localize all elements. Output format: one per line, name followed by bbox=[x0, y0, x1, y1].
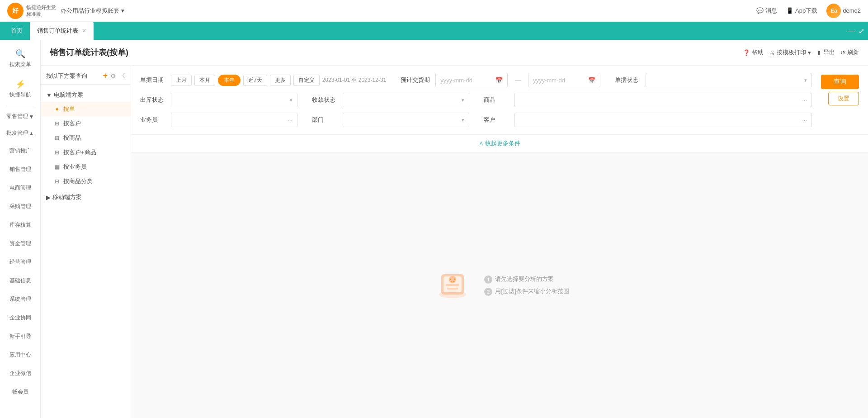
sidebar-item-sales-manage[interactable]: 销售管理 bbox=[0, 160, 40, 179]
user-area[interactable]: Ea demo2 bbox=[826, 4, 861, 18]
sidebar-item-finance[interactable]: 资金管理 bbox=[0, 234, 40, 253]
receipt-status-label: 收款状态 bbox=[312, 96, 337, 104]
tab-maximize-btn[interactable]: ⤢ bbox=[859, 27, 864, 35]
scheme-item-by-category[interactable]: ⊟ 按商品分类 bbox=[41, 174, 131, 189]
sidebar-item-wholesale-manage[interactable]: 批发管理 ▲ bbox=[0, 125, 40, 142]
by-product-label: 按商品 bbox=[63, 134, 81, 142]
enterprise-label: 企业协同 bbox=[9, 314, 31, 322]
avatar: Ea bbox=[826, 4, 841, 18]
template-print-btn[interactable]: 🖨 按模板打印 ▾ bbox=[769, 48, 811, 57]
empty-illustration bbox=[430, 261, 475, 306]
date-start-input[interactable]: yyyy-mm-dd 📅 bbox=[435, 73, 508, 87]
logo-text: 畅捷通好生意 标准版 bbox=[26, 4, 56, 17]
date-range-text: 2023-01-01 至 2023-12-31 bbox=[322, 76, 386, 84]
quick-nav-icon: ⚡ bbox=[15, 79, 25, 89]
quick-nav-label: 快捷导航 bbox=[9, 91, 31, 99]
refresh-label: 刷新 bbox=[847, 48, 859, 57]
status-label: 单据状态 bbox=[615, 76, 640, 84]
collapse-bar[interactable]: ∧ 收起更多条件 bbox=[131, 135, 868, 152]
content-area: 销售订单统计表(按单) ❓ 帮助 🖨 按模板打印 ▾ ⬆ 导出 ↺ 刷新 bbox=[41, 40, 868, 418]
empty-state: 1 请先选择要分析的方案 2 用[过滤]条件来缩小分析范围 bbox=[484, 275, 569, 296]
date-end-input[interactable]: yyyy-mm-dd 📅 bbox=[528, 73, 600, 87]
message-icon: 💬 bbox=[756, 7, 764, 14]
zero-manage-label: 零售管理 bbox=[6, 113, 28, 120]
scheme-collapse-btn[interactable]: 《 bbox=[119, 72, 125, 80]
print-icon: 🖨 bbox=[769, 49, 775, 56]
scheme-item-by-product[interactable]: ⊞ 按商品 bbox=[41, 131, 131, 145]
status-select[interactable]: ▾ bbox=[646, 73, 812, 87]
export-btn[interactable]: ⬆ 导出 bbox=[816, 48, 835, 57]
sidebar-item-quick-nav[interactable]: ⚡ 快捷导航 bbox=[0, 74, 40, 104]
scheme-settings-btn[interactable]: ⚙ bbox=[110, 72, 116, 80]
top-bar: 好 畅捷通好生意 标准版 办公用品行业模拟账套 ▾ 💬 消息 📱 App下载 E… bbox=[0, 0, 868, 22]
tab-close-icon[interactable]: ✕ bbox=[82, 28, 86, 34]
date-btn-more[interactable]: 更多 bbox=[270, 75, 291, 86]
sidebar-item-enterprise[interactable]: 企业协同 bbox=[0, 309, 40, 327]
app-download-btn[interactable]: 📱 App下载 bbox=[786, 7, 817, 15]
member-label: 畅会员 bbox=[12, 388, 28, 396]
filter-row-1: 单据日期 上月 本月 本年 近7天 更多 自定义 2023-01-01 至 20… bbox=[140, 73, 812, 87]
logo-area: 好 畅捷通好生意 标准版 bbox=[7, 3, 56, 19]
date-btn-this-month[interactable]: 本月 bbox=[194, 75, 215, 86]
salesperson-select[interactable]: ··· bbox=[171, 113, 297, 127]
scheme-add-btn[interactable]: + bbox=[103, 71, 108, 81]
sidebar-item-enterprise-wx[interactable]: 企业微信 bbox=[0, 364, 40, 383]
page-actions: ❓ 帮助 🖨 按模板打印 ▾ ⬆ 导出 ↺ 刷新 bbox=[743, 48, 859, 64]
wholesale-manage-arrow: ▲ bbox=[29, 130, 34, 137]
query-button[interactable]: 查询 bbox=[821, 75, 859, 89]
set-button[interactable]: 设置 bbox=[828, 92, 859, 105]
sidebar-item-zero-manage[interactable]: 零售管理 ▼ bbox=[0, 108, 40, 125]
sidebar-item-ecommerce[interactable]: 电商管理 bbox=[0, 179, 40, 197]
sidebar-item-app-center[interactable]: 应用中心 bbox=[0, 346, 40, 364]
sidebar-item-basic-info[interactable]: 基础信息 bbox=[0, 271, 40, 290]
receipt-status-select[interactable]: ▾ bbox=[343, 93, 469, 107]
date-btn-this-year[interactable]: 本年 bbox=[218, 75, 241, 86]
sidebar-item-marketing[interactable]: 营销推广 bbox=[0, 142, 40, 160]
by-customer-label: 按客户 bbox=[63, 119, 81, 128]
scheme-group-desktop-title[interactable]: ▼ 电脑端方案 bbox=[41, 88, 131, 102]
sidebar-item-inventory[interactable]: 库存核算 bbox=[0, 216, 40, 234]
scheme-item-by-salesperson[interactable]: ▦ 按业务员 bbox=[41, 160, 131, 174]
sidebar-item-system[interactable]: 系统管理 bbox=[0, 290, 40, 309]
tab-home[interactable]: 首页 bbox=[4, 22, 30, 40]
right-panel: 单据日期 上月 本月 本年 近7天 更多 自定义 2023-01-01 至 20… bbox=[131, 66, 868, 418]
scheme-item-by-customer-product[interactable]: ⊞ 按客户+商品 bbox=[41, 145, 131, 160]
user-name: demo2 bbox=[843, 7, 861, 14]
date-end-placeholder: yyyy-mm-dd bbox=[533, 77, 565, 84]
receipt-status-arrow: ▾ bbox=[462, 97, 464, 103]
by-salesperson-label: 按业务员 bbox=[63, 163, 87, 171]
out-status-select[interactable]: ▾ bbox=[171, 93, 297, 107]
help-btn[interactable]: ❓ 帮助 bbox=[743, 48, 764, 57]
date-btn-last-month[interactable]: 上月 bbox=[171, 75, 192, 86]
svg-point-6 bbox=[450, 278, 451, 280]
btn-group: 查询 设置 bbox=[821, 73, 859, 127]
sidebar-item-new-guide[interactable]: 新手引导 bbox=[0, 327, 40, 346]
message-btn[interactable]: 💬 消息 bbox=[756, 7, 777, 15]
sidebar-item-search-menu[interactable]: 🔍 搜索菜单 bbox=[0, 43, 40, 74]
dept-select[interactable]: ▾ bbox=[343, 113, 469, 127]
template-print-label: 按模板打印 bbox=[777, 48, 806, 57]
ecommerce-label: 电商管理 bbox=[9, 184, 31, 192]
system-label: 系统管理 bbox=[9, 295, 31, 303]
home-label: 首页 bbox=[11, 27, 23, 35]
product-select[interactable]: ··· bbox=[514, 93, 812, 107]
sidebar-item-purchase[interactable]: 采购管理 bbox=[0, 197, 40, 216]
industry-selector[interactable]: 办公用品行业模拟账套 ▾ bbox=[61, 7, 124, 15]
scheme-panel-header: 按以下方案查询 + ⚙ 《 bbox=[41, 66, 131, 85]
refresh-btn[interactable]: ↺ 刷新 bbox=[840, 48, 859, 57]
customer-select[interactable]: ··· bbox=[514, 113, 812, 127]
date-btn-7days[interactable]: 近7天 bbox=[243, 75, 267, 86]
customer-label: 客户 bbox=[484, 116, 509, 124]
sidebar-item-operations[interactable]: 经营管理 bbox=[0, 253, 40, 271]
salesperson-ellipsis: ··· bbox=[288, 117, 292, 124]
wholesale-manage-label: 批发管理 bbox=[6, 129, 28, 137]
tab-minimize-btn[interactable]: — bbox=[848, 27, 855, 35]
empty-hint-text-1: 请先选择要分析的方案 bbox=[495, 275, 554, 283]
date-btn-custom[interactable]: 自定义 bbox=[293, 75, 320, 86]
sidebar-item-member[interactable]: 畅会员 bbox=[0, 383, 40, 401]
scheme-group-mobile-title[interactable]: ▶ 移动端方案 bbox=[41, 190, 131, 204]
tab-sales-order[interactable]: 销售订单统计表 ✕ bbox=[30, 22, 94, 40]
scheme-item-by-customer[interactable]: ⊞ 按客户 bbox=[41, 116, 131, 131]
scheme-group-arrow: ▼ bbox=[46, 92, 52, 99]
scheme-item-by-order[interactable]: ● 按单 bbox=[41, 102, 131, 116]
